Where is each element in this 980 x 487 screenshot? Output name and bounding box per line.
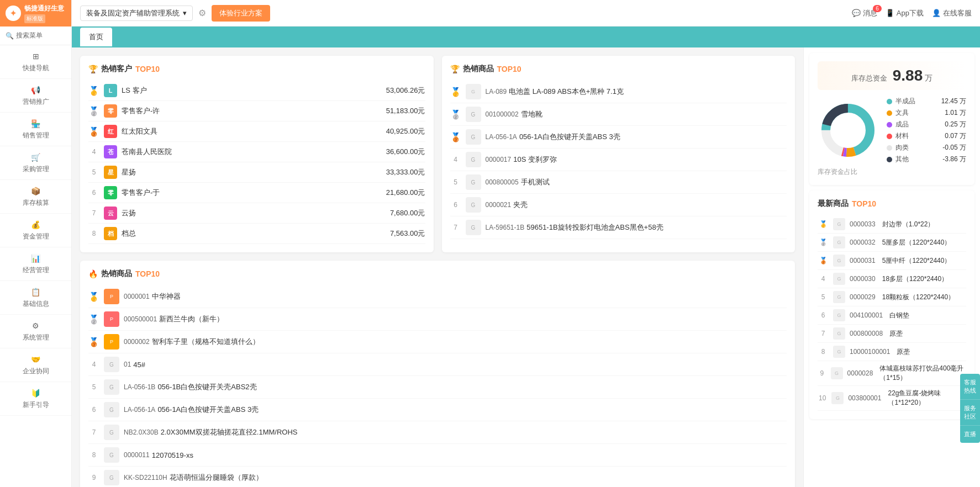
newest-code: 0000033 [850, 220, 876, 228]
newest-code: 0000031 [850, 257, 876, 264]
rank-num: 6 [450, 201, 461, 209]
customer-amount: 7,680.00元 [390, 208, 425, 218]
product-img: G [466, 220, 481, 235]
newest-rank: 10 [818, 394, 827, 402]
donut-svg [818, 100, 878, 161]
logo-icon: ✦ [6, 6, 21, 21]
sidebar-item-guide[interactable]: 🔰 新手引导 [0, 382, 71, 416]
service-icon: 👤 [932, 9, 941, 17]
customer-name: 零售客户-于 [122, 188, 382, 198]
message-btn[interactable]: 💬 消息 6 [852, 8, 877, 18]
sidebar-item-label: 经营管理 [23, 266, 49, 275]
main-panel: 🏆 热销客户 TOP10 🥇 L LS 客户 53,006.26元 [72, 47, 803, 487]
newest-row: 5 G 0000029 18颗粒板（1220*2440） [818, 288, 966, 306]
customer-row: 4 苍 苍南县人民医院 36,600.00元 [88, 142, 425, 162]
newest-code: 004100001 [850, 311, 883, 319]
rank-num: 7 [450, 224, 461, 231]
tab-home-label: 首页 [89, 33, 103, 41]
product-row: 🥇 P 0000001 中华神器 [88, 285, 787, 308]
sidebar-item-operation[interactable]: 📊 经营管理 [0, 247, 71, 281]
inventory-icon: 📦 [30, 186, 41, 197]
trial-btn[interactable]: 体验行业方案 [212, 5, 270, 22]
newest-top10-label: TOP10 [852, 199, 876, 208]
donut-chart [818, 100, 878, 161]
customer-avatar: 零 [104, 186, 117, 199]
customer-name: 苍南县人民医院 [122, 147, 382, 157]
tab-home[interactable]: 首页 [80, 28, 112, 46]
newest-row: 7 G 000800008 原垄 [818, 325, 966, 343]
newest-row: 4 G 0000030 18多层（1220*2440） [818, 270, 966, 288]
product-code: 001000002 [486, 110, 519, 118]
sidebar-item-quick-nav[interactable]: ⊞ 快捷导航 [0, 45, 71, 79]
newest-title-text: 最新商品 [818, 199, 849, 209]
content-area: 🏆 热销客户 TOP10 🥇 L LS 客户 53,006.26元 [72, 47, 980, 487]
rank-medal: 🥇 [88, 292, 99, 302]
legend-dot [887, 110, 892, 116]
product-name: 夹壳 [513, 200, 528, 210]
product-code: 000500001 [124, 315, 157, 323]
sidebar-item-finance[interactable]: 💰 资金管理 [0, 214, 71, 247]
rank-num: 9 [88, 474, 99, 481]
right-panel: 库存总资金 9.88 万 [803, 47, 980, 487]
hot-products-card: 🔥 热销商品 TOP10 🥇 P 0000001 中华神器 🥈 [80, 261, 795, 487]
sidebar-item-cooperation[interactable]: 🤝 企业协同 [0, 348, 71, 382]
newest-code: 0000032 [850, 239, 876, 246]
trophy-icon: 🏆 [88, 65, 98, 73]
product-img: G [466, 84, 481, 99]
main-wrapper: 装备及固定资产辅助管理系统 ▾ ⚙ 体验行业方案 💬 消息 6 📱 App下载 … [72, 0, 980, 487]
customer-amount: 21,680.00元 [386, 188, 425, 198]
float-btn-community[interactable]: 服务社区 [960, 400, 980, 426]
hot-products-title: 🔥 热销商品 TOP10 [88, 269, 787, 279]
newest-rank: 🥉 [818, 257, 829, 264]
float-btn-live[interactable]: 直播 [960, 426, 980, 443]
float-buttons: 客服热线 服务社区 直播 [960, 374, 980, 443]
product-code: NB2.0X30B [124, 428, 159, 436]
product-img: P [104, 334, 119, 350]
sidebar-item-system[interactable]: ⚙ 系统管理 [0, 315, 71, 348]
customer-row: 5 星 星扬 33,333.00元 [88, 162, 425, 183]
legend-item: 其他 -3.86 万 [887, 155, 966, 164]
customer-amount: 36,600.00元 [386, 147, 425, 157]
sidebar-item-label: 系统管理 [23, 333, 49, 342]
legend: 半成品 12.45 万 文具 1.01 万 成品 0.25 万 [887, 97, 966, 164]
hot-title-text: 热销商品 [101, 269, 132, 279]
legend-name: 其他 [895, 155, 939, 164]
newest-img: G [833, 255, 845, 267]
settings-icon[interactable]: ⚙ [198, 8, 206, 18]
float-btn-service[interactable]: 客服热线 [960, 374, 980, 400]
newest-code: 0000030 [850, 275, 876, 283]
operation-icon: 📊 [30, 253, 41, 264]
newest-img: G [833, 346, 845, 358]
sidebar-item-purchase[interactable]: 🛒 采购管理 [0, 146, 71, 180]
product-img: G [104, 379, 119, 395]
newest-row: 🥈 G 0000032 5厘多层（1220*2440） [818, 234, 966, 252]
product-row: 4 G 01 45# [88, 353, 787, 376]
sidebar-item-sales[interactable]: 🏪 销售管理 [0, 113, 71, 146]
customer-top10-title: 🏆 热销客户 TOP10 [88, 64, 425, 74]
rank-num: 6 [88, 406, 99, 414]
product-name: 电池盖 LA-089 ABS本色+黑种 7.1克 [509, 87, 624, 97]
product-code: 0000002 [124, 338, 150, 346]
logo-text-group: 畅捷通好生意 标准版 [24, 4, 64, 23]
sidebar-search[interactable]: 🔍 搜索菜单 [0, 27, 71, 45]
product-info: LA-59651-1B 59651-1B旋转投影灯电池盒ABS黑色+58壳 [486, 223, 787, 232]
hot-product-list: 🥇 P 0000001 中华神器 🥈 P 000500001 新西兰牛肉（新牛） [88, 285, 787, 487]
newest-name: 原垄 [897, 347, 910, 357]
newest-img: G [833, 218, 845, 230]
newest-rank: 🥇 [818, 220, 829, 228]
product-name: 056-1A白色按键开关盖ABS 3壳 [519, 132, 620, 142]
app-download-btn[interactable]: 📱 App下载 [886, 8, 924, 18]
product-name: 手机测试 [521, 177, 550, 187]
newest-code: 0000028 [847, 369, 873, 377]
system-select[interactable]: 装备及固定资产辅助管理系统 ▾ [80, 6, 193, 21]
customer-name: 红太阳文具 [122, 126, 382, 136]
sidebar-item-basic[interactable]: 📋 基础信息 [0, 281, 71, 315]
sidebar-item-label: 资金管理 [23, 232, 49, 241]
customer-service-btn[interactable]: 👤 在线客服 [932, 8, 972, 18]
sidebar-item-inventory[interactable]: 📦 库存核算 [0, 180, 71, 214]
product-code: LA-089 [486, 88, 507, 96]
newest-img: G [833, 236, 845, 248]
rank-num: 6 [88, 189, 99, 197]
sidebar-item-marketing[interactable]: 📢 营销推广 [0, 79, 71, 113]
hot-icon: 🔥 [88, 269, 98, 278]
